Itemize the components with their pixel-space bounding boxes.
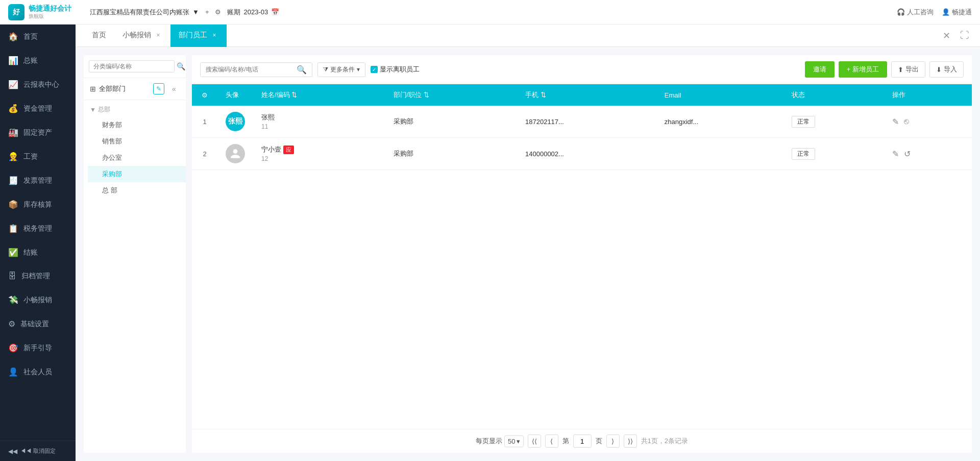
- col-name-code[interactable]: 姓名/编码 ⇅: [253, 84, 385, 106]
- page-first-btn[interactable]: ⟨⟨: [528, 434, 541, 448]
- sidebar-label-funds: 资金管理: [23, 104, 52, 113]
- dept-expand-icon: ▼: [90, 106, 96, 113]
- dept-item-sales[interactable]: 销售部: [88, 133, 186, 150]
- add-button[interactable]: +: [205, 8, 209, 16]
- sidebar-item-expense[interactable]: 💸 小畅报销: [0, 288, 76, 312]
- sidebar-item-archive[interactable]: 🗄 归档管理: [0, 264, 76, 288]
- sidebar-unpin-btn[interactable]: ◀◀ ◀◀ 取消固定: [0, 441, 76, 461]
- sidebar: 🏠 首页 📊 总账 📈 云报表中心 💰 资金管理 🏭 固定资产 👷 工资 🧾 发…: [0, 25, 76, 461]
- col-phone[interactable]: 手机 ⇅: [517, 84, 656, 106]
- sidebar-label-salary: 工资: [23, 152, 38, 161]
- sidebar-item-inventory[interactable]: 📦 库存核算: [0, 192, 76, 216]
- sidebar-label-reports: 云报表中心: [23, 80, 59, 89]
- account-period-value: 2023-03: [243, 8, 268, 16]
- dept-edit-btn[interactable]: ✎: [153, 83, 164, 94]
- emp-search-bar[interactable]: 🔍: [200, 62, 312, 77]
- row2-edit-icon[interactable]: ✎: [892, 149, 899, 159]
- sidebar-item-salary[interactable]: 👷 工资: [0, 144, 76, 168]
- app-name: 畅捷通好会计: [29, 4, 71, 13]
- sidebar-item-staff[interactable]: 👤 社会人员: [0, 360, 76, 384]
- row1-logout-icon[interactable]: ⎋: [904, 117, 909, 126]
- reports-icon: 📈: [8, 80, 18, 89]
- dept-group-main[interactable]: ▼ 总部: [84, 102, 186, 117]
- main-layout: 🏠 首页 📊 总账 📈 云报表中心 💰 资金管理 🏭 固定资产 👷 工资 🧾 发…: [0, 25, 980, 461]
- dept-all-row[interactable]: ⊞ 全部部门 ✎ «: [84, 78, 186, 100]
- row1-edit-icon[interactable]: ✎: [892, 117, 899, 127]
- user-profile-btn[interactable]: 👤 畅捷通: [942, 8, 972, 17]
- sidebar-item-guide[interactable]: 🎯 新手引导: [0, 336, 76, 360]
- filter-more-btn[interactable]: ⧩ 更多条件 ▾: [317, 62, 365, 77]
- page-size-select[interactable]: 50 ▾: [504, 435, 523, 447]
- export-label: 导出: [905, 65, 919, 74]
- page-label: 第: [562, 436, 569, 446]
- sidebar-item-invoice[interactable]: 🧾 发票管理: [0, 168, 76, 192]
- filter-label: 更多条件: [330, 65, 355, 74]
- settings-button[interactable]: ⚙: [215, 8, 221, 16]
- col-dept-pos[interactable]: 部门/职位 ⇅: [385, 84, 518, 106]
- dept-collapse-btn[interactable]: «: [168, 83, 180, 94]
- content-area: 首页 小畅报销 × 部门员工 × ✕ ⛶ 🔍: [76, 25, 980, 461]
- export-btn[interactable]: ⬆ 导出: [891, 61, 925, 78]
- dept-item-office[interactable]: 办公室: [88, 150, 186, 166]
- sidebar-item-settings[interactable]: ⚙ 基础设置: [0, 312, 76, 336]
- col-actions: 操作: [884, 84, 972, 106]
- page-next-btn[interactable]: ⟩: [606, 434, 620, 448]
- emp-search-icon[interactable]: 🔍: [297, 65, 307, 75]
- row1-avatar: 张熙: [217, 106, 253, 138]
- show-resign-checkbox[interactable]: ✓: [371, 66, 378, 73]
- dept-item-finance[interactable]: 财务部: [88, 117, 186, 133]
- dept-item-hq[interactable]: 总 部: [88, 182, 186, 199]
- emp-search-input[interactable]: [206, 66, 297, 73]
- tab-expense[interactable]: 小畅报销 ×: [114, 25, 170, 47]
- table-header-row: ⚙ 头像 姓名/编码 ⇅ 部门/职位 ⇅: [192, 84, 972, 106]
- tab-close-window-btn[interactable]: ✕: [939, 29, 953, 43]
- row1-phone: 187202117...: [517, 106, 656, 138]
- top-bar: 好 畅捷通好会计 旗舰版 江西服宝精品有限责任公司内账张 ▼ + ⚙ 账期 20…: [0, 0, 980, 25]
- dept-grid-icon: ⊞: [90, 85, 96, 93]
- sort-icon-dept: ⇅: [424, 91, 429, 99]
- show-resign-label[interactable]: ✓ 显示离职员工: [371, 65, 420, 74]
- customer-service-btn[interactable]: 🎧 人工咨询: [897, 8, 934, 17]
- sidebar-item-assets[interactable]: 🏭 固定资产: [0, 120, 76, 144]
- row2-avatar: [217, 138, 253, 170]
- import-btn[interactable]: ⬇ 导入: [929, 61, 964, 78]
- col-settings[interactable]: ⚙: [192, 84, 217, 106]
- table-row: 2 宁小壹 应: [192, 138, 972, 170]
- company-dropdown-icon[interactable]: ▼: [192, 8, 199, 16]
- row1-status: 正常: [783, 106, 884, 138]
- tab-dept-emp[interactable]: 部门员工 ×: [170, 25, 227, 47]
- row2-status-badge: 正常: [792, 148, 815, 160]
- pagination-bar: 每页显示 50 ▾ ⟨⟨ ⟨ 第 页 ⟩ ⟩⟩ 共1页，2条记录: [192, 429, 972, 453]
- tab-expand-btn[interactable]: ⛶: [958, 29, 972, 43]
- emp-table: ⚙ 头像 姓名/编码 ⇅ 部门/职位 ⇅: [192, 84, 972, 429]
- sidebar-item-home[interactable]: 🏠 首页: [0, 25, 76, 48]
- dept-search-input[interactable]: [89, 60, 175, 72]
- page-suffix: 页: [596, 436, 602, 446]
- dept-search-icon[interactable]: 🔍: [177, 62, 185, 70]
- page-prev-btn[interactable]: ⟨: [545, 434, 558, 448]
- tab-home[interactable]: 首页: [84, 25, 114, 47]
- page-num-input[interactable]: [573, 434, 592, 448]
- sidebar-item-reports[interactable]: 📈 云报表中心: [0, 72, 76, 96]
- invite-btn[interactable]: 邀请: [805, 61, 835, 78]
- sidebar-item-funds[interactable]: 💰 资金管理: [0, 96, 76, 120]
- row2-action-btns: ✎ ↺: [892, 149, 964, 159]
- col-status: 状态: [783, 84, 884, 106]
- add-emp-btn[interactable]: + 新增员工: [839, 61, 887, 78]
- logo-text-area: 畅捷通好会计 旗舰版: [29, 4, 71, 20]
- calendar-icon[interactable]: 📅: [271, 8, 279, 16]
- sidebar-item-tax[interactable]: 📋 税务管理: [0, 216, 76, 240]
- dept-item-purchase[interactable]: 采购部: [88, 166, 186, 182]
- sidebar-item-checkout[interactable]: ✅ 结账: [0, 240, 76, 264]
- page-last-btn[interactable]: ⟩⟩: [624, 434, 637, 448]
- row2-phone: 140000002...: [517, 138, 656, 170]
- sidebar-item-ledger[interactable]: 📊 总账: [0, 48, 76, 72]
- user-icon: 👤: [942, 8, 950, 16]
- tab-expense-label: 小畅报销: [122, 31, 151, 40]
- company-selector[interactable]: 江西服宝精品有限责任公司内账张 ▼: [90, 8, 199, 17]
- tab-expense-close[interactable]: ×: [154, 31, 162, 39]
- tab-dept-emp-close[interactable]: ×: [210, 31, 218, 39]
- row2-refresh-icon[interactable]: ↺: [904, 149, 911, 159]
- dept-panel: 🔍 ⊞ 全部部门 ✎ « ▼ 总部 财务部 销售部 办公室: [84, 55, 186, 453]
- guide-icon: 🎯: [8, 343, 18, 353]
